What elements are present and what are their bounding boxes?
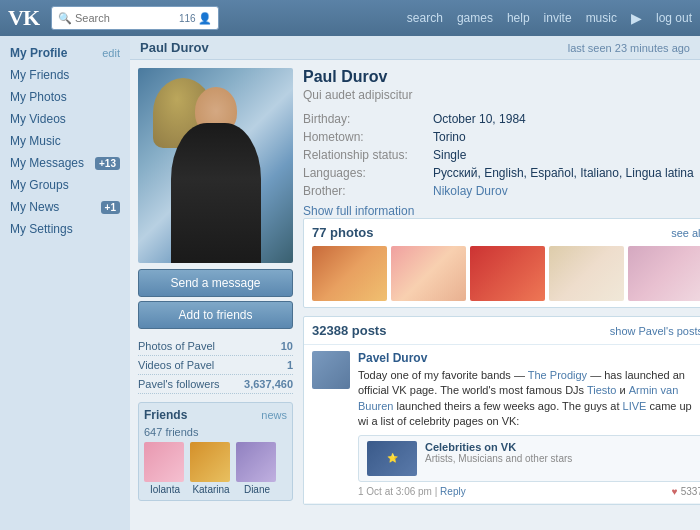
posts-section: 32388 posts show Pavel's posts Pavel Dur… <box>303 316 700 505</box>
photos-see-all-link[interactable]: see all <box>671 227 700 239</box>
nav-music[interactable]: music <box>586 11 617 25</box>
search-box[interactable]: 🔍 116 👤 <box>51 6 219 30</box>
stat-photos[interactable]: Photos of Pavel 10 <box>138 337 293 356</box>
last-seen: last seen 23 minutes ago <box>568 42 690 54</box>
post-timestamp: 1 Oct at 3:06 pm | Reply <box>358 486 466 497</box>
profile-header-name: Paul Durov <box>140 40 209 55</box>
prodigy-link[interactable]: The Prodigy <box>528 369 587 381</box>
sidebar-item-my-groups[interactable]: My Groups <box>0 174 130 196</box>
post-footer: 1 Oct at 3:06 pm | Reply ♥ 5337 <box>358 486 700 497</box>
profile-right-column: Paul Durov Qui audet adipiscitur Birthda… <box>303 68 700 513</box>
topbar-nav: search games help invite music ▶ log out <box>407 10 692 26</box>
brother-val[interactable]: Nikolay Durov <box>433 184 508 198</box>
info-birthday: Birthday: October 10, 1984 <box>303 112 700 126</box>
sidebar-item-my-news[interactable]: My News +1 <box>0 196 130 218</box>
add-friends-button[interactable]: Add to friends <box>138 301 293 329</box>
post-author-name[interactable]: Pavel Durov <box>358 351 700 365</box>
sidebar-item-my-music[interactable]: My Music <box>0 130 130 152</box>
tiesto-link[interactable]: Tiesto <box>587 384 617 396</box>
friend-name: Diane <box>236 484 278 495</box>
post-link-preview[interactable]: ⭐ Celebrities on VK Artists, Musicians a… <box>358 435 700 482</box>
sidebar-item-my-profile[interactable]: My Profile edit <box>0 42 130 64</box>
friend-name: Katarina <box>190 484 232 495</box>
languages-val: Русский, English, Español, Italiano, Lin… <box>433 166 694 180</box>
photo-thumb[interactable] <box>312 246 387 301</box>
friend-avatar <box>236 442 276 482</box>
profile-tagline: Qui audet adipiscitur <box>303 88 700 102</box>
photos-section-header: 77 photos see all <box>312 225 700 240</box>
sidebar-item-my-settings[interactable]: My Settings <box>0 218 130 240</box>
post-content: Pavel Durov Today one of my favorite ban… <box>358 351 700 497</box>
profile-fullname: Paul Durov <box>303 68 700 86</box>
info-brother: Brother: Nikolay Durov <box>303 184 700 198</box>
send-message-button[interactable]: Send a message <box>138 269 293 297</box>
photo-thumb[interactable] <box>470 246 545 301</box>
posts-title: 32388 posts <box>312 323 386 338</box>
photo-thumb[interactable] <box>628 246 700 301</box>
content-area: Paul Durov last seen 23 minutes ago Send… <box>130 36 700 530</box>
sidebar-item-my-videos[interactable]: My Videos <box>0 108 130 130</box>
sidebar-item-my-photos[interactable]: My Photos <box>0 86 130 108</box>
friend-avatar <box>144 442 184 482</box>
post-item: Pavel Durov Today one of my favorite ban… <box>304 345 700 504</box>
nav-help[interactable]: help <box>507 11 530 25</box>
info-hometown: Hometown: Torino <box>303 130 700 144</box>
friend-item[interactable]: Diane <box>236 442 278 495</box>
friend-item[interactable]: Iolanta <box>144 442 186 495</box>
hometown-val: Torino <box>433 130 466 144</box>
nav-logout[interactable]: log out <box>656 11 692 25</box>
search-input[interactable] <box>75 12 175 24</box>
birthday-val: October 10, 1984 <box>433 112 526 126</box>
nav-search[interactable]: search <box>407 11 443 25</box>
photo-thumb[interactable] <box>391 246 466 301</box>
link-preview-subtitle: Artists, Musicians and other stars <box>425 453 572 464</box>
info-relationship: Relationship status: Single <box>303 148 700 162</box>
profile-header: Paul Durov last seen 23 minutes ago <box>130 36 700 60</box>
photo-person <box>171 123 261 263</box>
post-author-avatar[interactable] <box>312 351 350 389</box>
photos-section: 77 photos see all <box>303 218 700 308</box>
play-icon[interactable]: ▶ <box>631 10 642 26</box>
posts-section-header: 32388 posts show Pavel's posts <box>304 317 700 345</box>
link-preview-text: Celebrities on VK Artists, Musicians and… <box>425 441 572 464</box>
show-full-info-link[interactable]: Show full information <box>303 204 700 218</box>
stat-videos[interactable]: Videos of Pavel 1 <box>138 356 293 375</box>
vk-logo[interactable]: VK <box>8 5 39 31</box>
nav-invite[interactable]: invite <box>544 11 572 25</box>
friend-name: Iolanta <box>144 484 186 495</box>
friends-title: Friends <box>144 408 187 422</box>
sidebar-item-my-messages[interactable]: My Messages +13 <box>0 152 130 174</box>
post-like[interactable]: ♥ 5337 <box>672 486 700 497</box>
friends-photos: Iolanta Katarina Diane <box>144 442 287 495</box>
friend-item[interactable]: Katarina <box>190 442 232 495</box>
link-preview-icon: ⭐ <box>367 441 417 476</box>
photos-title: 77 photos <box>312 225 373 240</box>
nav-games[interactable]: games <box>457 11 493 25</box>
friends-news-link[interactable]: news <box>261 409 287 421</box>
profile-stats: Photos of Pavel 10 Videos of Pavel 1 Pav… <box>138 337 293 394</box>
search-count: 116 👤 <box>179 12 212 25</box>
like-count: 5337 <box>681 486 700 497</box>
stat-followers[interactable]: Pavel's followers 3,637,460 <box>138 375 293 394</box>
relationship-val: Single <box>433 148 466 162</box>
friends-count: 647 friends <box>144 426 287 438</box>
topbar: VK 🔍 116 👤 search games help invite musi… <box>0 0 700 36</box>
live-link[interactable]: LIVE <box>623 400 647 412</box>
link-preview-title: Celebrities on VK <box>425 441 572 453</box>
photos-grid <box>312 246 700 301</box>
main-layout: My Profile edit My Friends My Photos My … <box>0 36 700 530</box>
show-pavel-posts-link[interactable]: show Pavel's posts <box>610 325 700 337</box>
info-languages: Languages: Русский, English, Español, It… <box>303 166 700 180</box>
like-icon: ♥ <box>672 486 678 497</box>
friends-box: Friends news 647 friends Iolanta Katarin… <box>138 402 293 501</box>
profile-left-column: Send a message Add to friends Photos of … <box>138 68 293 513</box>
sidebar-item-my-friends[interactable]: My Friends <box>0 64 130 86</box>
photo-thumb[interactable] <box>549 246 624 301</box>
sidebar: My Profile edit My Friends My Photos My … <box>0 36 130 530</box>
news-badge: +1 <box>101 201 120 214</box>
friend-avatar <box>190 442 230 482</box>
post-text: Today one of my favorite bands — The Pro… <box>358 368 700 430</box>
post-reply-link[interactable]: Reply <box>440 486 466 497</box>
friends-header: Friends news <box>144 408 287 422</box>
messages-badge: +13 <box>95 157 120 170</box>
